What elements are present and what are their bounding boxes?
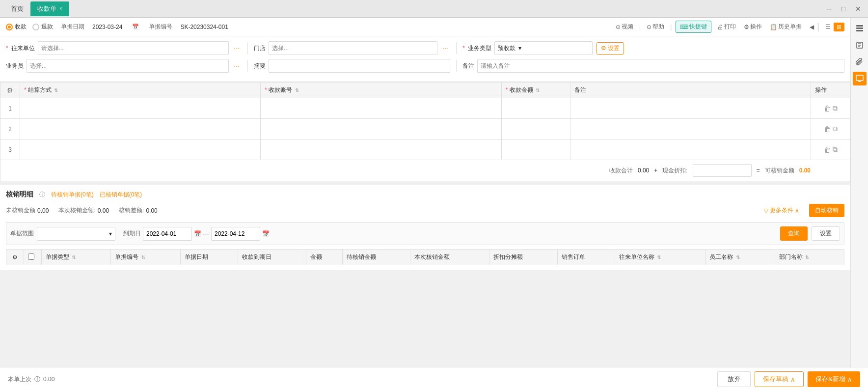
save-draft-button[interactable]: 保存草稿 ∧	[755, 371, 804, 387]
row1-copy-icon[interactable]: ⧉	[833, 104, 838, 112]
list-view-button[interactable]: ☰	[823, 23, 833, 31]
radio-receipt[interactable]: 收款	[6, 23, 27, 31]
bottom-col-date: 单据日期	[180, 250, 238, 265]
date-to-input[interactable]	[211, 227, 260, 241]
tab-close-icon[interactable]: ×	[59, 6, 62, 11]
row2-account[interactable]	[261, 119, 501, 140]
tab-home[interactable]: 首页	[4, 1, 30, 16]
save-new-button[interactable]: 保存&新增 ∧	[808, 371, 860, 387]
done-tab[interactable]: 已核销单据(0笔)	[100, 191, 142, 199]
history-button[interactable]: 📋 历史单据	[768, 22, 804, 32]
row2-copy-icon[interactable]: ⧉	[833, 125, 838, 133]
video-button[interactable]: ⊙ 视频	[614, 22, 635, 32]
calendar-from-icon[interactable]: 📅	[194, 230, 201, 237]
row3-account[interactable]	[261, 140, 501, 160]
range-field: 单据范围 ▾	[10, 227, 115, 241]
summary-field: 摘要	[254, 59, 450, 73]
prev-button[interactable]: ◀	[808, 22, 816, 32]
partner-required: *	[6, 45, 8, 52]
sidebar-note-icon[interactable]	[853, 38, 867, 52]
row3-delete-icon[interactable]: 🗑	[824, 146, 831, 154]
row3-amount-input[interactable]	[502, 140, 570, 160]
select-all-checkbox[interactable]	[28, 253, 34, 260]
row1-amount-input[interactable]	[502, 98, 570, 118]
partner-input[interactable]	[38, 41, 229, 55]
row1-delete-icon[interactable]: 🗑	[824, 105, 831, 112]
table-settings-icon[interactable]: ⚙	[7, 86, 13, 94]
auto-write-off-button[interactable]: 自动核销	[809, 204, 844, 217]
row2-settlement[interactable]	[20, 119, 261, 140]
sum-value-3: 0.00	[799, 167, 811, 174]
row1-remark[interactable]	[570, 98, 811, 119]
date-dash: —	[203, 230, 209, 237]
number-value: SK-20230324-001	[180, 24, 228, 30]
row3-settlement-input[interactable]	[20, 140, 260, 160]
maximize-button[interactable]: □	[839, 4, 848, 14]
minimize-button[interactable]: ─	[824, 4, 835, 14]
row1-remark-input[interactable]	[570, 98, 811, 118]
row1-account-input[interactable]	[261, 98, 501, 118]
video-icon: ⊙	[616, 24, 621, 30]
bottom-info-icon[interactable]: ⓘ	[34, 375, 40, 384]
discard-button[interactable]: 放弃	[717, 371, 751, 387]
date-from-input[interactable]	[143, 227, 192, 241]
row1-account[interactable]	[261, 98, 501, 119]
filter-setting-button[interactable]: 设置	[812, 226, 840, 241]
operation-button[interactable]: ⚙ 操作	[742, 22, 764, 32]
row3-remark[interactable]	[570, 140, 811, 160]
row3-amount[interactable]	[501, 140, 570, 160]
form-settings-button[interactable]: ⚙ 设置	[597, 42, 624, 55]
section-info-icon[interactable]: ⓘ	[39, 191, 45, 199]
tab-active[interactable]: 收款单 ×	[30, 1, 69, 16]
form-row-1: * 往来单位 ··· 门店 ··· * 业务类型 预收款 ▾	[6, 41, 844, 55]
staff-dots-button[interactable]: ···	[232, 62, 242, 70]
query-button[interactable]: 查询	[780, 226, 808, 241]
table-row: 2 🗑 ⧉	[0, 119, 850, 140]
summary-input[interactable]	[269, 59, 450, 73]
more-conditions-button[interactable]: ▽ 更多条件 ∧	[764, 206, 799, 215]
row3-remark-input[interactable]	[570, 140, 811, 160]
radio-group: 收款 退款	[6, 23, 53, 31]
radio-refund[interactable]: 退款	[32, 23, 53, 31]
remark-input[interactable]	[477, 59, 844, 73]
row1-settlement[interactable]	[20, 98, 261, 119]
close-button[interactable]: ✕	[852, 4, 864, 14]
col-account: * 收款账号 ⇅	[261, 83, 501, 98]
shortcut-button[interactable]: ⌨ 快捷键	[676, 21, 711, 33]
bottom-col-settings[interactable]: ⚙	[6, 250, 24, 265]
range-select[interactable]: ▾	[37, 227, 115, 241]
calendar-to-icon[interactable]: 📅	[262, 230, 270, 237]
row1-amount[interactable]	[501, 98, 570, 119]
sidebar-screen-icon[interactable]	[853, 72, 867, 85]
row3-settlement[interactable]	[20, 140, 261, 160]
row2-remark[interactable]	[570, 119, 811, 140]
help-button[interactable]: ⊙ 帮助	[645, 22, 666, 32]
bottom-col-discount: 折扣分摊额	[489, 250, 557, 265]
row2-account-input[interactable]	[261, 119, 501, 139]
card-view-button[interactable]: ⊞	[834, 23, 844, 31]
shop-dots-button[interactable]: ···	[440, 44, 450, 52]
bottom-col-order: 销售订单	[557, 250, 615, 265]
row2-amount-input[interactable]	[502, 119, 570, 139]
row2-settlement-input[interactable]	[20, 119, 260, 139]
sort-icon-type: ⇅	[72, 254, 76, 260]
row2-delete-icon[interactable]: 🗑	[824, 125, 831, 133]
calendar-icon[interactable]: 📅	[130, 23, 141, 31]
pending-tab[interactable]: 待核销单据(0笔)	[51, 191, 94, 199]
row3-account-input[interactable]	[261, 140, 501, 160]
staff-input[interactable]	[27, 59, 229, 73]
business-type-value: 预收款	[498, 44, 515, 53]
bottom-col-dept: 部门名称 ⇅	[775, 250, 844, 265]
partner-dots-button[interactable]: ···	[232, 44, 242, 52]
cash-discount-input[interactable]	[693, 164, 752, 177]
chevron-up-icon: ∧	[795, 207, 799, 214]
business-type-select[interactable]: 预收款 ▾	[494, 41, 593, 55]
row2-remark-input[interactable]	[570, 119, 811, 139]
shop-input[interactable]	[269, 41, 437, 55]
sidebar-attachment-icon[interactable]	[853, 55, 867, 69]
row2-amount[interactable]	[501, 119, 570, 140]
row3-copy-icon[interactable]: ⧉	[833, 145, 838, 154]
row1-settlement-input[interactable]	[20, 98, 260, 118]
sidebar-table-icon[interactable]	[853, 22, 867, 35]
print-button[interactable]: 🖨 打印	[715, 22, 738, 32]
